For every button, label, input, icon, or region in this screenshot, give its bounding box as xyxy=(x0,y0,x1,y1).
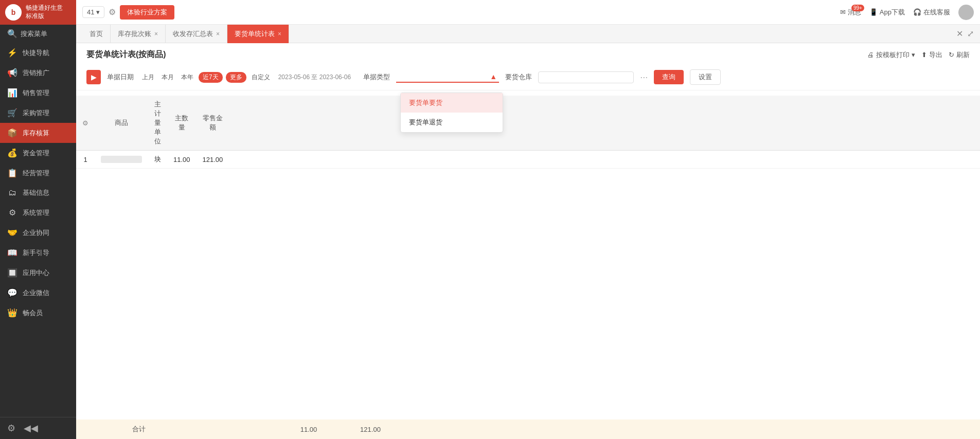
more-filter-btn[interactable]: ··· xyxy=(640,72,648,83)
sidebar-item-wechat[interactable]: 💬 企业微信 xyxy=(0,283,76,303)
type-select-arrow[interactable]: ▲ xyxy=(488,72,499,81)
messages-badge: 99+ xyxy=(851,5,864,11)
sidebar-item-basic[interactable]: 🗂 基础信息 xyxy=(0,183,76,203)
operations-icon: 📋 xyxy=(7,168,17,178)
online-service-label: 在线客服 xyxy=(923,8,950,17)
sidebar-item-system[interactable]: ⚙ 系统管理 xyxy=(0,203,76,223)
col-amount: 零售金额 xyxy=(197,96,229,151)
table-settings-icon[interactable]: ⚙ xyxy=(82,119,88,127)
collapse-btn[interactable]: ◀◀ xyxy=(24,423,38,434)
tab-inventory-batch[interactable]: 库存批次账 × xyxy=(111,25,166,43)
sales-icon: 📊 xyxy=(7,88,17,98)
col-product: 商品 xyxy=(95,96,148,151)
filter-expand-btn[interactable]: ▶ xyxy=(86,70,101,84)
main-area: 41 ▾ ⚙ 体验行业方案 ✉ 消息 99+ 📱 App下载 🎧 在线客服 xyxy=(76,0,980,439)
sidebar-title: 畅捷通好生意 标准版 xyxy=(26,4,63,20)
date-btn-custom[interactable]: 自定义 xyxy=(250,72,272,83)
filter-bar: ▶ 单据日期 上月 本月 本年 近7天 更多 自定义 2023-05-06 至 … xyxy=(76,64,980,90)
app-download-btn[interactable]: 📱 App下载 xyxy=(869,8,905,17)
col-quantity: 主数量 xyxy=(167,96,197,151)
marketing-icon: 📢 xyxy=(7,68,17,78)
guide-icon: 📖 xyxy=(7,248,17,258)
tab-home[interactable]: 首页 xyxy=(82,25,111,43)
sidebar-item-member[interactable]: 👑 畅会员 xyxy=(0,303,76,323)
warehouse-input[interactable] xyxy=(538,71,634,83)
settings-footer-btn[interactable]: ⚙ xyxy=(7,423,15,434)
sidebar-footer: ⚙ ◀◀ xyxy=(0,417,76,439)
chevron-down-icon: ▾ xyxy=(912,51,915,59)
sidebar-item-marketing[interactable]: 📢 营销推广 xyxy=(0,63,76,83)
expand-filter-icon: ▶ xyxy=(91,73,97,81)
system-icon: ⚙ xyxy=(7,208,17,217)
refresh-btn[interactable]: ↻ 刷新 xyxy=(949,50,970,60)
avatar[interactable] xyxy=(958,5,974,20)
tabbar: 首页 库存批次账 × 收发存汇总表 × 要货单统计表 × ✕ ⤢ xyxy=(76,25,980,43)
export-btn[interactable]: ⬆ 导出 xyxy=(921,50,942,60)
query-btn[interactable]: 查询 xyxy=(654,70,684,84)
expand-icon[interactable]: ⤢ xyxy=(967,29,974,39)
dropdown-item-order[interactable]: 要货单要货 xyxy=(401,93,503,113)
date-btn-more[interactable]: 更多 xyxy=(226,72,246,83)
footer-label: 合计 xyxy=(82,425,195,434)
appstore-icon: 🔲 xyxy=(7,268,17,278)
tab-close-inventory-batch[interactable]: × xyxy=(154,30,158,38)
messages-btn[interactable]: ✉ 消息 99+ xyxy=(840,8,861,17)
date-btn-this-year[interactable]: 本年 xyxy=(179,72,195,83)
member-icon: 👑 xyxy=(7,308,17,318)
inventory-icon: 📦 xyxy=(7,128,17,138)
dropdown-item-return[interactable]: 要货单退货 xyxy=(401,113,503,132)
search-icon: 🔍 xyxy=(7,29,17,39)
print-icon: 🖨 xyxy=(867,51,874,59)
close-all-icon[interactable]: ✕ xyxy=(956,29,963,39)
type-select-wrapper[interactable]: ▲ xyxy=(396,72,499,83)
quicknav-icon: ⚡ xyxy=(7,48,17,58)
date-filter-label: 单据日期 xyxy=(107,72,134,82)
industry-btn[interactable]: 体验行业方案 xyxy=(120,5,174,20)
data-table: ⚙ 商品 主计量单位 主数量 零售金额 1 ██████ xyxy=(76,96,980,169)
date-btn-this-month[interactable]: 本月 xyxy=(159,72,176,83)
sidebar-item-purchase[interactable]: 🛒 采购管理 xyxy=(0,103,76,123)
print-btn[interactable]: 🖨 按模板打印 ▾ xyxy=(867,50,915,60)
sidebar-item-inventory[interactable]: 📦 库存核算 xyxy=(0,123,76,143)
cell-extra xyxy=(229,151,980,169)
tab-order-stats[interactable]: 要货单统计表 × xyxy=(227,25,289,43)
gear-icon[interactable]: ⚙ xyxy=(109,7,116,17)
type-filter-label: 单据类型 xyxy=(363,72,390,82)
date-btn-last-month[interactable]: 上月 xyxy=(140,72,156,83)
cell-product: ██████ xyxy=(95,151,148,169)
sidebar-item-appstore[interactable]: 🔲 应用中心 xyxy=(0,263,76,283)
store-selector[interactable]: 41 ▾ xyxy=(82,6,104,18)
table-wrapper: ⚙ 商品 主计量单位 主数量 零售金额 1 ██████ xyxy=(76,90,980,174)
basic-icon: 🗂 xyxy=(7,188,17,197)
sidebar-search[interactable]: 🔍 搜索菜单 xyxy=(0,25,76,43)
tab-collection[interactable]: 收发存汇总表 × xyxy=(166,25,227,43)
page-title: 要货单统计表(按商品) xyxy=(86,49,166,60)
tab-close-order-stats[interactable]: × xyxy=(278,30,281,38)
type-select-input[interactable] xyxy=(396,72,488,82)
cell-quantity: 11.00 xyxy=(167,151,197,169)
topbar: 41 ▾ ⚙ 体验行业方案 ✉ 消息 99+ 📱 App下载 🎧 在线客服 xyxy=(76,0,980,25)
col-unit: 主计量单位 xyxy=(148,96,167,151)
purchase-icon: 🛒 xyxy=(7,108,17,118)
tab-close-collection[interactable]: × xyxy=(216,30,220,38)
tabbar-actions: ✕ ⤢ xyxy=(956,29,974,39)
sidebar-item-operations[interactable]: 📋 经营管理 xyxy=(0,163,76,183)
sidebar-item-quicknav[interactable]: ⚡ 快捷导航 xyxy=(0,43,76,63)
enterprise-icon: 🤝 xyxy=(7,228,17,237)
date-btn-recent7[interactable]: 近7天 xyxy=(199,72,223,83)
page-content: 要货单统计表(按商品) 🖨 按模板打印 ▾ ⬆ 导出 ↻ 刷新 xyxy=(76,43,980,439)
settings-btn[interactable]: 设置 xyxy=(690,69,721,85)
export-icon: ⬆ xyxy=(921,51,927,59)
sidebar-item-enterprise[interactable]: 🤝 企业协同 xyxy=(0,223,76,243)
sidebar-item-finance[interactable]: 💰 资金管理 xyxy=(0,143,76,163)
table-body: 1 ██████ 块 11.00 121.00 xyxy=(76,151,980,169)
sidebar-header: b 畅捷通好生意 标准版 xyxy=(0,0,76,25)
sidebar-scroll: 🔍 搜索菜单 ⚡ 快捷导航 📢 营销推广 📊 销售管理 🛒 采购管理 📦 库存核… xyxy=(0,25,76,417)
online-service-btn[interactable]: 🎧 在线客服 xyxy=(913,8,950,17)
cell-unit: 块 xyxy=(148,151,167,169)
col-extra xyxy=(229,96,980,151)
sidebar-item-sales[interactable]: 📊 销售管理 xyxy=(0,83,76,103)
app-download-label: App下载 xyxy=(880,8,905,17)
table-row: 1 ██████ 块 11.00 121.00 xyxy=(76,151,980,169)
sidebar-item-guide[interactable]: 📖 新手引导 xyxy=(0,243,76,263)
